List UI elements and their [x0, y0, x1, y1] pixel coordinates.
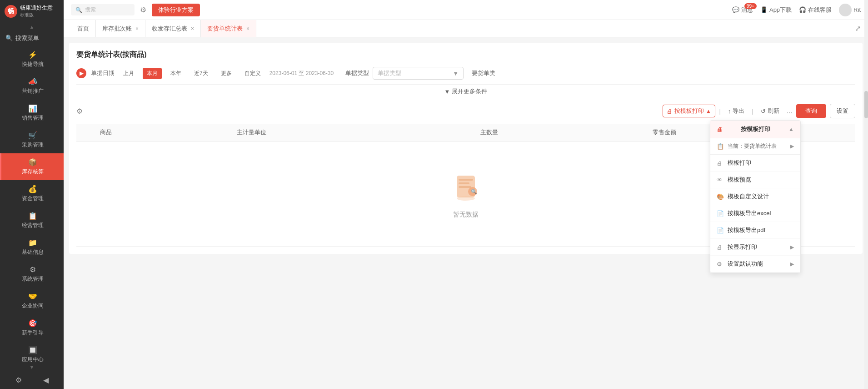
dropdown-print-icon: 🖨	[717, 126, 723, 133]
col-settings	[76, 124, 95, 141]
collab-icon: 🤝	[28, 292, 37, 301]
messages-btn[interactable]: 💬 消息 99+	[732, 6, 753, 14]
sidebar-item-inventory[interactable]: 📦 库存核算	[0, 153, 64, 180]
sidebar: 畅 畅康通好生意 标准版 ▲ 🔍 搜索菜单 ⚡ 快捷导航 📣 营销推广 📊 销售…	[0, 0, 64, 389]
content-card: 要货单统计表(按商品) ▶ 单据日期 上月 本月 本年 近7天 更多 自定义 2…	[69, 43, 863, 254]
sidebar-search-item[interactable]: 🔍 搜索菜单	[0, 30, 64, 46]
quick-nav-icon: ⚡	[28, 51, 37, 59]
header-gear-icon[interactable]: ⚙	[140, 5, 146, 14]
online-service-btn[interactable]: 🎧 在线客服	[799, 6, 832, 14]
sidebar-item-operation[interactable]: 📋 经营管理	[0, 207, 64, 234]
date-btn-this-month[interactable]: 本月	[143, 68, 162, 79]
sidebar-item-marketing[interactable]: 📣 营销推广	[0, 73, 64, 100]
dropdown-current-label: 当前：要货单统计表	[728, 142, 777, 150]
expand-chevron-icon: ▼	[444, 88, 450, 95]
filter-expand-btn[interactable]: ▶	[76, 68, 86, 78]
sidebar-item-apps[interactable]: 🔲 应用中心	[0, 341, 64, 364]
sidebar-item-sales[interactable]: 📊 销售管理	[0, 100, 64, 126]
more-dots-btn[interactable]: ...	[787, 107, 793, 115]
date-btn-7days[interactable]: 近7天	[190, 68, 212, 79]
dropdown-item-template-preview[interactable]: 👁 模板预览	[710, 172, 800, 188]
table-settings-icon-wrap[interactable]: ⚙	[76, 107, 83, 116]
sidebar-collapse-btn[interactable]: ◀	[43, 376, 49, 384]
headset-icon: 🎧	[799, 6, 806, 13]
search-icon: 🔍	[5, 35, 13, 41]
sub-arrow-icon: ▶	[790, 244, 794, 250]
app-download-btn[interactable]: 📱 App下载	[760, 6, 792, 14]
refresh-icon: ↺	[761, 108, 766, 115]
tab-batch-account[interactable]: 库存批次账 ×	[96, 20, 145, 37]
logo-icon: 畅	[5, 5, 17, 18]
dropdown-close-btn[interactable]: ▲	[788, 126, 794, 132]
basic-icon: 📁	[28, 238, 37, 247]
sidebar-item-system[interactable]: ⚙ 系统管理	[0, 261, 64, 288]
divider-1: |	[719, 108, 720, 115]
export-btn[interactable]: ↑ 导出	[724, 105, 748, 117]
sidebar-item-finance[interactable]: 💰 资金管理	[0, 180, 64, 207]
order-type-select[interactable]: 单据类型 ▼	[373, 67, 464, 80]
print-icon: 🖨	[667, 108, 673, 115]
dropdown-item-export-pdf[interactable]: 📄 按模板导出pdf	[710, 222, 800, 239]
date-btn-this-year[interactable]: 本年	[166, 68, 185, 79]
sidebar-scroll-up[interactable]: ▲	[0, 23, 64, 30]
export-icon: ↑	[728, 108, 731, 115]
apps-icon: 🔲	[28, 346, 37, 354]
tab-close-receipt-summary[interactable]: ×	[191, 25, 194, 32]
template-design-icon: 🎨	[717, 193, 724, 200]
empty-illustration: 🔍	[448, 169, 484, 205]
refresh-btn[interactable]: ↺ 刷新	[757, 105, 783, 117]
dropdown-title: 按模板打印	[741, 125, 770, 133]
sidebar-item-collab[interactable]: 🤝 企业协同	[0, 288, 64, 314]
header-search[interactable]: 🔍 搜索	[71, 4, 135, 15]
dropdown-item-export-excel[interactable]: 📄 按模板导出excel	[710, 205, 800, 222]
right-scrollbar[interactable]	[864, 0, 868, 389]
tab-close-batch-account[interactable]: ×	[135, 25, 139, 32]
dropdown-item-template-print[interactable]: 🖨 模板打印	[710, 155, 800, 172]
empty-text: 暂无数据	[453, 211, 479, 219]
header-search-icon: 🔍	[75, 7, 82, 13]
scrollbar-thumb[interactable]	[864, 91, 868, 118]
tab-receipt-summary[interactable]: 收发存汇总表 ×	[145, 20, 201, 37]
tab-close-order-stats[interactable]: ×	[246, 25, 249, 32]
sidebar-item-purchase[interactable]: 🛒 采购管理	[0, 126, 64, 153]
order-type-label: 单据类型	[345, 69, 369, 77]
tab-home[interactable]: 首页	[71, 20, 96, 37]
date-btn-custom[interactable]: 自定义	[240, 68, 265, 79]
main-content: 🔍 搜索 ⚙ 体验行业方案 💬 消息 99+ 📱 App下载 🎧 在线客服 Ri…	[64, 0, 868, 389]
action-bar: ⚙ 🖨 按模板打印 ▲ | ↑ 导出 | ↺	[76, 104, 855, 118]
header-actions: 💬 消息 99+ 📱 App下载 🎧 在线客服 Rit	[732, 4, 861, 16]
tab-order-stats[interactable]: 要货单统计表 ×	[201, 20, 256, 37]
dropdown-current-item[interactable]: 📋 当前：要货单统计表 ▶	[710, 138, 800, 155]
sidebar-nav: ⚡ 快捷导航 📣 营销推广 📊 销售管理 🛒 采购管理 📦 库存核算 💰 资金管…	[0, 46, 64, 364]
inventory-icon: 📦	[28, 158, 37, 167]
order-type-value: 单据类型	[378, 69, 401, 77]
trial-btn[interactable]: 体验行业方案	[152, 4, 200, 16]
sidebar-item-basic[interactable]: 📁 基础信息	[0, 234, 64, 261]
table-settings-icon: ⚙	[76, 107, 83, 116]
sidebar-scroll-down[interactable]: ▼	[0, 364, 64, 371]
query-btn[interactable]: 查询	[796, 104, 826, 118]
select-arrow-icon: ▼	[453, 70, 459, 77]
sidebar-item-quick-nav[interactable]: ⚡ 快捷导航	[0, 46, 64, 73]
sidebar-logo: 畅 畅康通好生意 标准版	[0, 0, 64, 23]
tabs-bar: 首页 库存批次账 × 收发存汇总表 × 要货单统计表 × ⤢	[64, 20, 868, 37]
sidebar-settings-btn[interactable]: ⚙	[15, 376, 22, 384]
date-btn-more[interactable]: 更多	[217, 68, 236, 79]
col-unit: 主计量单位	[231, 124, 475, 141]
dropdown-header: 🖨 按模板打印 ▲	[710, 121, 800, 138]
dropdown-sub-default-function[interactable]: ⚙ 设置默认功能 ▶	[710, 256, 800, 273]
dropdown-item-template-design[interactable]: 🎨 模板自定义设计	[710, 188, 800, 205]
expand-more-btn[interactable]: ▼ 展开更多条件	[76, 84, 855, 98]
sidebar-item-guide[interactable]: 🎯 新手引导	[0, 314, 64, 341]
dropdown-current-arrow-icon: ▶	[790, 143, 794, 149]
tabs-maximize-btn[interactable]: ⤢	[855, 24, 861, 33]
top-header: 🔍 搜索 ⚙ 体验行业方案 💬 消息 99+ 📱 App下载 🎧 在线客服 Ri…	[64, 0, 868, 20]
date-range-display: 2023-06-01 至 2023-06-30	[269, 70, 334, 77]
dropdown-sub-display-print[interactable]: 🖨 按显示打印 ▶	[710, 239, 800, 256]
print-template-btn[interactable]: 🖨 按模板打印 ▲	[663, 105, 716, 117]
date-btn-last-month[interactable]: 上月	[119, 68, 138, 79]
operation-icon: 📋	[28, 212, 37, 220]
system-icon: ⚙	[30, 265, 36, 274]
user-avatar[interactable]: Rit	[839, 4, 861, 16]
settings-btn[interactable]: 设置	[830, 104, 855, 118]
